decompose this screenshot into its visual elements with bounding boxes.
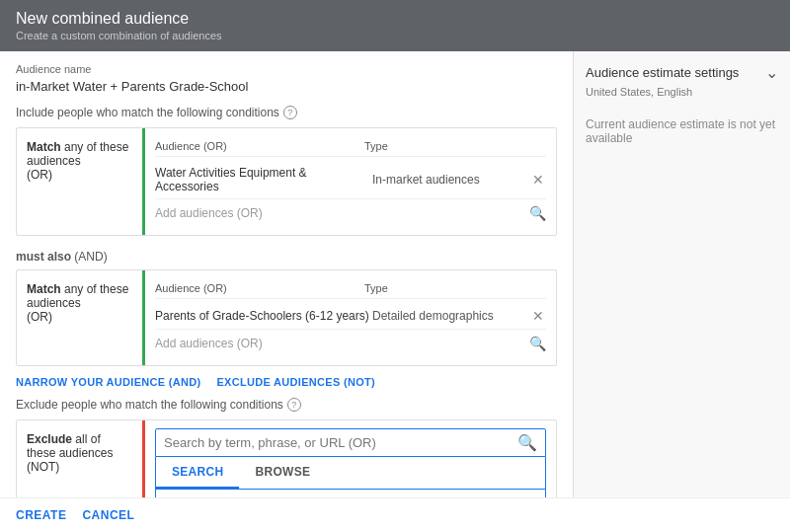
search-browse-tabs: SEARCH BROWSE (155, 457, 546, 490)
exclude-search-box: 🔍 (155, 428, 546, 457)
table-row: Parents of Grade-Schoolers (6-12 years) … (155, 303, 546, 330)
second-audience-block: Match any of these audiences (OR) Audien… (16, 269, 557, 366)
exclude-search-input[interactable] (164, 435, 517, 450)
page-title: New combined audience (16, 10, 774, 28)
audience-name-value: in-Market Water + Parents Grade-School (16, 79, 557, 94)
exclude-search-icon[interactable]: 🔍 (517, 433, 537, 452)
second-block-content: Audience (OR) Type Parents of Grade-Scho… (145, 270, 556, 365)
audience-name-label: Audience name (16, 63, 557, 75)
action-links: NARROW YOUR AUDIENCE (AND) EXCLUDE AUDIE… (16, 376, 557, 388)
remove-first-row-icon[interactable]: ✕ (530, 172, 546, 188)
cancel-button[interactable]: CANCEL (82, 508, 134, 522)
exclude-block-content: 🔍 SEARCH BROWSE (145, 420, 556, 497)
exclude-audience-block: Exclude all of these audiences (NOT) 🔍 S… (16, 419, 557, 497)
left-panel: Audience name in-Market Water + Parents … (0, 51, 573, 497)
add-search-icon-first: 🔍 (529, 205, 546, 221)
second-table-header: Audience (OR) Type (155, 278, 546, 299)
must-also-label: must also (AND) (16, 244, 557, 269)
right-panel-empty-message: Current audience estimate is not yet ava… (586, 117, 778, 145)
second-block-label: Match any of these audiences (OR) (17, 270, 145, 365)
right-panel-expand-icon[interactable]: ⌄ (765, 63, 778, 82)
exclude-help-icon[interactable]: ? (287, 398, 301, 412)
include-conditions-label: Include people who match the following c… (16, 106, 557, 119)
exclude-audiences-link[interactable]: EXCLUDE AUDIENCES (NOT) (216, 376, 375, 388)
create-button[interactable]: CREATE (16, 508, 66, 522)
exclude-conditions-label: Exclude people who match the following c… (16, 398, 557, 412)
add-search-icon-second: 🔍 (529, 336, 546, 351)
tab-browse[interactable]: BROWSE (239, 457, 326, 489)
first-block-content: Audience (OR) Type Water Activities Equi… (145, 128, 556, 235)
bottom-actions: CREATE CANCEL (0, 497, 790, 532)
remove-second-row-icon[interactable]: ✕ (530, 308, 546, 324)
table-row: Water Activities Equipment & Accessories… (155, 161, 546, 199)
first-block-label: Match any of these audiences (OR) (17, 128, 145, 235)
exclude-block-label: Exclude all of these audiences (NOT) (17, 420, 145, 497)
first-audience-block: Match any of these audiences (OR) Audien… (16, 127, 557, 236)
first-table-header: Audience (OR) Type (155, 136, 546, 157)
radio-option (164, 497, 176, 498)
tab-search[interactable]: SEARCH (156, 457, 239, 489)
add-audiences-first[interactable]: Add audiences (OR) 🔍 (155, 199, 546, 227)
narrow-audience-link[interactable]: NARROW YOUR AUDIENCE (AND) (16, 376, 200, 388)
include-help-icon[interactable]: ? (283, 106, 297, 119)
right-panel-title: Audience estimate settings (586, 65, 739, 80)
page-header: New combined audience Create a custom co… (0, 0, 790, 51)
add-audiences-second[interactable]: Add audiences (OR) 🔍 (155, 330, 546, 357)
page-subtitle: Create a custom combination of audiences (16, 30, 774, 41)
right-panel-subtitle: United States, English (586, 86, 778, 98)
right-panel-header: Audience estimate settings ⌄ (586, 63, 778, 82)
tab-content-area (155, 490, 546, 497)
right-panel: Audience estimate settings ⌄ United Stat… (573, 51, 790, 497)
